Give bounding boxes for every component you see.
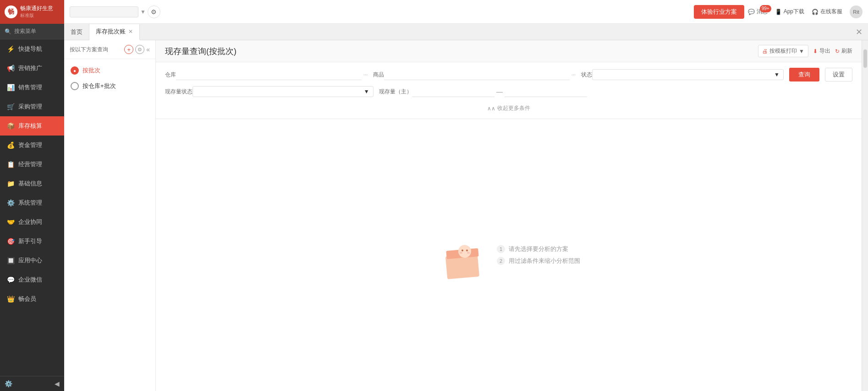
sidebar-item-quick-nav[interactable]: ⚡ 快捷导航	[0, 39, 64, 59]
filter-row-1: 仓库 ··· 商品 ··· 状态 ▼	[165, 68, 852, 81]
empty-illustration	[437, 232, 483, 278]
inventory-amount-max[interactable]	[505, 87, 587, 97]
export-button[interactable]: ⬇ 导出	[813, 47, 830, 55]
empty-state: 1 请先选择要分析的方案 2 用过滤条件来缩小分析范围	[156, 119, 862, 391]
sidebar-item-basics[interactable]: 📁 基础信息	[0, 174, 64, 193]
sidebar-item-wechat[interactable]: 💬 企业微信	[0, 270, 64, 289]
empty-svg	[437, 232, 488, 282]
topbar-search-input[interactable]	[70, 6, 138, 17]
schema-item-by-warehouse-batch[interactable]: 按仓库+批次	[64, 78, 155, 94]
sidebar-item-operations[interactable]: 📋 经营管理	[0, 155, 64, 174]
system-icon: ⚙️	[6, 199, 15, 207]
svg-point-5	[460, 252, 462, 254]
filter-collapse-row[interactable]: ∧∧ 收起更多条件	[165, 102, 852, 113]
settings-button[interactable]: 设置	[825, 68, 852, 81]
topbar-search-area: ▼ ⚙	[70, 5, 690, 18]
sidebar-item-system[interactable]: ⚙️ 系统管理	[0, 193, 64, 212]
warehouse-input[interactable]	[176, 70, 362, 80]
enterprise-icon: 🤝	[6, 218, 15, 226]
nav-label: 新手引导	[18, 237, 42, 245]
inventory-icon: 📦	[6, 122, 15, 130]
messages-button[interactable]: 💬 消息 99+	[748, 8, 768, 16]
sidebar-header: 畅 畅康通好生意 标准版	[0, 0, 64, 24]
page-header: 现存量查询(按批次) 🖨 按模板打印 ▼ ⬇ 导出 ↻ 刷新	[156, 40, 862, 62]
trial-btn[interactable]: 体验行业方案	[694, 5, 744, 19]
print-button[interactable]: 🖨 按模板打印 ▼	[758, 45, 808, 57]
filter-row-2: 现存量状态 ▼ 现存量（主） —	[165, 86, 852, 97]
page-title: 现存量查询(按批次)	[165, 46, 236, 57]
nav-label: 基础信息	[18, 179, 42, 188]
app-download-button[interactable]: 📱 App下载	[775, 8, 804, 16]
sidebar-item-inventory[interactable]: 📦 库存核算	[0, 116, 64, 136]
inventory-amount-range: —	[412, 87, 588, 97]
refresh-button[interactable]: ↻ 刷新	[835, 47, 852, 55]
schema-label: 按仓库+批次	[82, 82, 116, 90]
tab-batch-account[interactable]: 库存批次账 ✕	[89, 24, 140, 40]
tab-new-button[interactable]: ✕	[850, 27, 868, 37]
sidebar-item-enterprise[interactable]: 🤝 企业协同	[0, 212, 64, 232]
warehouse-filter: 仓库 ···	[165, 70, 368, 80]
inventory-status-label: 现存量状态	[165, 88, 192, 96]
sidebar-item-member[interactable]: 👑 畅会员	[0, 289, 64, 309]
sidebar-item-finance[interactable]: 💰 资金管理	[0, 136, 64, 155]
nav-label: 快捷导航	[18, 45, 42, 53]
settings-icon[interactable]: ⚙️	[5, 380, 12, 387]
empty-tip-1: 1 请先选择要分析的方案	[497, 245, 580, 253]
sidebar-item-newbie[interactable]: 🎯 新手引导	[0, 232, 64, 251]
add-schema-button[interactable]: +	[124, 45, 133, 54]
sidebar-item-sales[interactable]: 📊 销售管理	[0, 78, 64, 97]
empty-tip-2: 2 用过滤条件来缩小分析范围	[497, 257, 580, 265]
app-download-label: App下载	[784, 8, 804, 16]
online-service-button[interactable]: 🎧 在线客服	[812, 8, 842, 16]
range-separator: —	[496, 88, 503, 95]
refresh-label: 刷新	[841, 47, 852, 55]
user-profile-button[interactable]: Rit	[850, 5, 863, 18]
topbar-dropdown-icon[interactable]: ▼	[140, 9, 146, 15]
warehouse-more-icon[interactable]: ···	[363, 72, 368, 77]
svg-point-3	[461, 250, 463, 251]
tip-num-2: 2	[497, 257, 505, 265]
tab-close-icon[interactable]: ✕	[128, 29, 133, 34]
refresh-icon: ↻	[835, 48, 840, 54]
query-button[interactable]: 查询	[789, 68, 819, 81]
schema-list: ● 按批次 按仓库+批次	[64, 59, 155, 98]
print-label: 按模板打印	[769, 47, 797, 55]
scrollbar-thumb	[863, 49, 867, 68]
tip-text-1: 请先选择要分析的方案	[509, 245, 568, 253]
app-version: 标准版	[20, 12, 53, 19]
user-name: Rit	[853, 9, 859, 15]
tip-num-1: 1	[497, 245, 505, 253]
message-icon: 💬	[748, 9, 755, 15]
topbar: ▼ ⚙ 体验行业方案 💬 消息 99+ 📱 App下载 🎧 在线客服 Rit	[64, 0, 868, 24]
schema-settings-button[interactable]: ⚙	[135, 45, 144, 54]
inventory-amount-min[interactable]	[412, 87, 494, 97]
right-scrollbar[interactable]	[862, 40, 868, 391]
collapse-sidebar-icon[interactable]: ◀	[55, 380, 60, 387]
product-label: 商品	[373, 71, 384, 79]
nav-label: 企业协同	[18, 218, 42, 226]
topbar-settings-button[interactable]: ⚙	[148, 5, 160, 18]
schema-item-by-batch[interactable]: ● 按批次	[64, 63, 155, 78]
sidebar-item-purchase[interactable]: 🛒 采购管理	[0, 97, 64, 116]
sidebar-item-apps[interactable]: 🔲 应用中心	[0, 251, 64, 270]
print-dropdown-icon: ▼	[799, 48, 804, 54]
product-input[interactable]	[384, 70, 570, 80]
marketing-icon: 📢	[6, 64, 15, 72]
inventory-status-arrow: ▼	[364, 88, 369, 95]
schema-label: 按批次	[82, 66, 100, 75]
export-label: 导出	[819, 47, 830, 55]
tab-home-label: 首页	[71, 28, 82, 36]
newbie-icon: 🎯	[6, 237, 15, 245]
nav-label: 企业微信	[18, 276, 42, 284]
sidebar-item-marketing[interactable]: 📢 营销推广	[0, 59, 64, 78]
nav-label: 经营管理	[18, 160, 42, 168]
apps-icon: 🔲	[6, 256, 15, 265]
search-icon: 🔍	[5, 28, 11, 35]
close-all-icon: ✕	[856, 27, 863, 37]
sidebar-search[interactable]: 🔍 搜索菜单	[0, 24, 64, 39]
tab-home[interactable]: 首页	[64, 24, 89, 40]
product-more-icon[interactable]: ···	[571, 72, 576, 77]
status-dropdown[interactable]: ▼	[592, 69, 784, 80]
collapse-panel-icon[interactable]: «	[146, 46, 150, 53]
inventory-status-dropdown[interactable]: ▼	[192, 86, 374, 97]
